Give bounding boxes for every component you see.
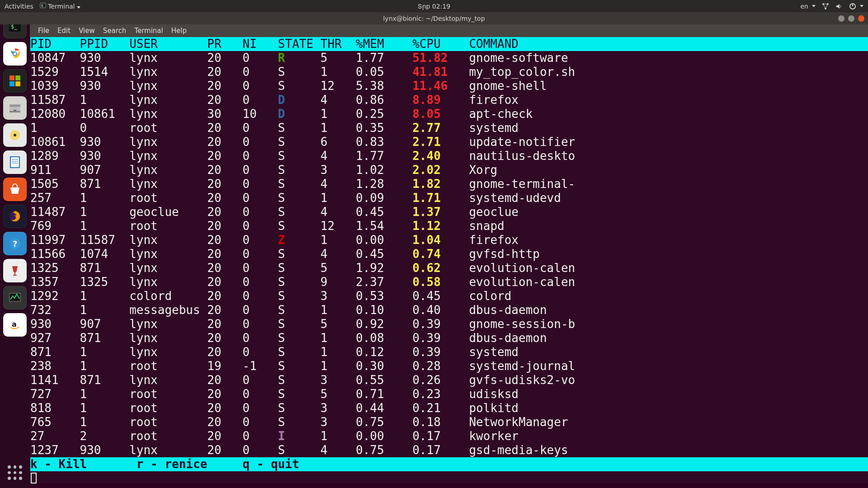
cell-state: S (278, 331, 321, 345)
cell-ni: 0 (243, 51, 278, 65)
input-lang[interactable]: en (801, 3, 816, 10)
cell-thr: 9 (321, 275, 356, 289)
process-row: 115661074lynx200S40.450.74gvfsd-http (30, 247, 868, 261)
cell-cpu: 1.37 (412, 205, 469, 219)
cell-thr: 4 (321, 443, 356, 457)
cell-ppid: 1074 (80, 247, 130, 261)
cell-cmd: systemd-udevd (469, 191, 596, 205)
cell-cpu: 1.82 (412, 177, 469, 191)
cell-thr: 1 (321, 121, 356, 135)
cell-pr: 20 (207, 387, 242, 401)
volume-icon[interactable] (835, 3, 843, 10)
hdr-cpu: %CPU (412, 37, 469, 51)
process-row: 7271root200S50.710.23udisksd (30, 387, 868, 401)
cell-mem: 0.45 (356, 247, 412, 261)
menu-file[interactable]: File (34, 25, 53, 37)
cell-pid: 257 (30, 191, 80, 205)
cell-ppid: 930 (80, 443, 130, 457)
cell-mem: 0.25 (356, 107, 412, 121)
cell-thr: 12 (321, 219, 356, 233)
cell-ni: 0 (243, 289, 278, 303)
cell-state: S (278, 303, 321, 317)
cell-user: lynx (129, 247, 207, 261)
cell-thr: 4 (321, 93, 356, 107)
menu-edit[interactable]: Edit (54, 25, 74, 37)
cell-ni: 0 (243, 345, 278, 359)
cell-ppid: 11587 (80, 233, 130, 247)
window-titlebar[interactable]: lynx@bionic: ~/Desktop/my_top (0, 12, 868, 24)
cell-user: lynx (129, 65, 207, 79)
cell-ni: 10 (243, 107, 278, 121)
process-row: 1505871lynx200S41.281.82gnome-terminal- (30, 177, 868, 191)
cell-cmd: polkitd (469, 401, 596, 415)
cell-thr: 3 (321, 289, 356, 303)
cell-user: lynx (129, 177, 207, 191)
cell-ni: 0 (243, 401, 278, 415)
menu-view[interactable]: View (75, 25, 99, 37)
close-button[interactable] (858, 15, 864, 22)
cell-state: S (278, 177, 321, 191)
app-menu[interactable]: $ Terminal (40, 2, 80, 10)
cell-state: S (278, 289, 321, 303)
cell-pid: 10861 (30, 135, 80, 149)
cell-ppid: 1 (80, 387, 130, 401)
cell-pid: 1289 (30, 149, 80, 163)
hdr-cmd: COMMAND (469, 37, 596, 51)
clock[interactable]: Տրр 02:19 (418, 3, 450, 10)
cell-pr: 30 (207, 107, 242, 121)
cell-ni: 0 (243, 331, 278, 345)
process-row: 1208010861lynx3010D10.258.05apt-check (30, 107, 868, 121)
menu-help[interactable]: Help (168, 25, 190, 37)
cell-ni: 0 (243, 373, 278, 387)
cell-pid: 11587 (30, 93, 80, 107)
terminal-window: lynx@bionic: ~/Desktop/my_top File Edit … (0, 12, 868, 483)
process-row: 10861930lynx200S60.832.71update-notifier (30, 135, 868, 149)
cell-user: lynx (129, 275, 207, 289)
cell-pid: 1039 (30, 79, 80, 93)
cell-cpu: 1.71 (412, 191, 469, 205)
terminal-body[interactable]: PID PPID USER PR NI STATE THR %MEM %CPU … (30, 37, 868, 483)
cell-cpu: 0.39 (412, 331, 469, 345)
process-row: 10root200S10.352.77systemd (30, 121, 868, 135)
cell-cmd: systemd (469, 121, 596, 135)
cell-ppid: 1 (80, 191, 130, 205)
menu-search[interactable]: Search (99, 25, 130, 37)
cell-state: I (278, 429, 321, 443)
cell-thr: 1 (321, 331, 356, 345)
cell-mem: 0.44 (356, 401, 412, 415)
svg-text:$: $ (41, 4, 43, 8)
cell-ppid: 2 (80, 429, 130, 443)
process-row: 927871lynx200S10.080.39dbus-daemon (30, 331, 868, 345)
process-row: 1039930lynx200S125.3811.46gnome-shell (30, 79, 868, 93)
cell-cpu: 0.23 (412, 387, 469, 401)
maximize-button[interactable] (848, 15, 854, 22)
cell-ni: 0 (243, 163, 278, 177)
menu-terminal[interactable]: Terminal (131, 25, 166, 37)
chevron-down-icon (77, 6, 80, 9)
process-row: 930907lynx200S50.920.39gnome-session-b (30, 317, 868, 331)
process-row: 7651root200S30.750.18NetworkManager (30, 415, 868, 429)
cell-mem: 0.71 (356, 387, 412, 401)
cell-pid: 1325 (30, 261, 80, 275)
network-icon[interactable] (822, 3, 829, 10)
cell-state: S (278, 401, 321, 415)
cell-mem: 0.05 (356, 65, 412, 79)
cell-mem: 0.75 (356, 443, 412, 457)
activities-button[interactable]: Activities (5, 3, 33, 10)
cell-pr: 20 (207, 261, 242, 275)
power-icon[interactable] (849, 3, 863, 10)
cell-user: lynx (129, 345, 207, 359)
cell-user: lynx (129, 79, 207, 93)
cell-user: lynx (129, 373, 207, 387)
minimize-button[interactable] (838, 15, 844, 22)
cell-thr: 5 (321, 387, 356, 401)
process-row: 7691root200S121.541.12snapd (30, 219, 868, 233)
cell-user: lynx (129, 93, 207, 107)
cell-cpu: 0.58 (412, 275, 469, 289)
cell-ni: 0 (243, 93, 278, 107)
cell-user: colord (129, 289, 207, 303)
cell-mem: 1.77 (356, 149, 412, 163)
cell-mem: 0.08 (356, 331, 412, 345)
cell-ppid: 907 (80, 317, 130, 331)
cell-cpu: 0.18 (412, 415, 469, 429)
